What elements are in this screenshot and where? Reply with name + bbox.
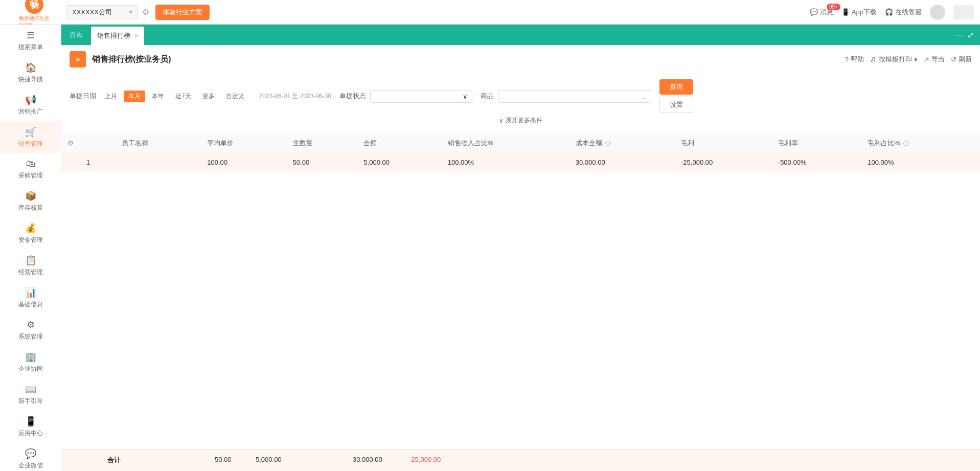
sidebar-item-quick-nav[interactable]: 🏠 快捷导航 [0, 57, 61, 89]
avatar[interactable] [930, 5, 945, 20]
sidebar-label-marketing: 营销推广 [18, 107, 43, 116]
goods-filter: 商品 ... [481, 90, 651, 103]
message-badge: 99+ [827, 4, 840, 10]
company-selector[interactable]: XXXXXX公司 ▾ [66, 5, 138, 19]
print-icon: 🖨 [870, 56, 877, 63]
row-amount: 5,000.00 [357, 153, 441, 172]
sidebar-item-app-center[interactable]: 📱 应用中心 [0, 411, 61, 443]
inventory-icon: 📦 [25, 190, 36, 201]
page-title: 销售排行榜(按业务员) [92, 54, 845, 65]
date-filter: 单据日期 上月 本月 本年 近7天 更多 自定义 [70, 91, 249, 102]
sidebar-item-wechat[interactable]: 💬 企业微信 [0, 443, 61, 471]
refresh-icon: ↺ [951, 56, 956, 63]
tab-minimize-button[interactable]: — [955, 30, 963, 39]
sidebar-item-operations[interactable]: 📋 经营管理 [0, 250, 61, 282]
footer-cost: 30,000.00 [347, 455, 403, 466]
trial-button[interactable]: 体验行业方案 [155, 5, 210, 20]
goods-select[interactable]: ... [498, 90, 651, 103]
cost-info-icon[interactable]: ⓘ [605, 140, 611, 146]
filter-settings-button[interactable]: 设置 [659, 97, 693, 113]
tab-close-icon[interactable]: × [134, 27, 138, 45]
col-sales-pct: 销售收入占比% [442, 133, 569, 153]
status-select[interactable]: ∨ [370, 90, 472, 103]
sidebar-item-sales[interactable]: 🛒 销售管理 [0, 121, 61, 153]
menu-icon: ☰ [27, 30, 35, 41]
footer-spacer-icon [67, 455, 86, 466]
date-tab-more[interactable]: 更多 [198, 91, 219, 102]
sidebar-item-purchase[interactable]: 🛍 采购管理 [0, 153, 61, 185]
company-name: XXXXXX公司 [72, 8, 126, 17]
message-button[interactable]: 💬 消息 99+ [810, 8, 833, 17]
sidebar-label-operations: 经营管理 [18, 268, 43, 277]
tab-label: 销售排行榜 [97, 27, 130, 45]
sidebar-label-wechat: 企业微信 [18, 461, 43, 470]
marketing-icon: 📢 [25, 94, 36, 105]
col-settings-icon[interactable]: ⚙ [67, 139, 74, 147]
footer-gross: -25,000.00 [403, 455, 454, 466]
col-amount: 全额 [357, 133, 441, 153]
col-employee: 员工名称 [116, 133, 201, 153]
date-range-text: 2023-06-01 至 2023-06-30 [259, 92, 331, 101]
logo-icon: 畅 [25, 0, 43, 14]
date-tab-7days[interactable]: 近7天 [171, 91, 196, 102]
sidebar-item-guide[interactable]: 📖 新手引导 [0, 378, 61, 411]
goods-more-btn[interactable]: ... [641, 93, 647, 100]
gross-pct-info-icon[interactable]: ⓘ [903, 140, 909, 146]
footer-qty: 50.00 [209, 455, 249, 466]
page-content: » 销售排行榜(按业务员) ? 帮助 🖨 按模板打印 ▾ ↗ 导出 [61, 45, 980, 471]
settings-icon[interactable]: ⚙ [142, 7, 149, 17]
sales-icon: 🛒 [25, 126, 36, 138]
phone-icon: 📱 [841, 8, 850, 16]
sidebar-item-inventory[interactable]: 📦 库存核算 [0, 185, 61, 217]
sidebar-item-search-order[interactable]: ☰ 搜索菜单 [0, 25, 61, 57]
sidebar-item-marketing[interactable]: 📢 营销推广 [0, 89, 61, 121]
sidebar-item-finance[interactable]: 💰 资金管理 [0, 217, 61, 250]
export-icon: ↗ [924, 56, 929, 63]
date-tab-this-month[interactable]: 本月 [124, 91, 145, 102]
system-icon: ⚙ [27, 319, 35, 330]
col-qty: 主数量 [287, 133, 358, 153]
filter-buttons: 查询 设置 [659, 79, 693, 113]
sidebar-item-basic-info[interactable]: 📊 基础信息 [0, 282, 61, 314]
print-chevron: ▾ [914, 56, 918, 63]
sidebar-item-enterprise[interactable]: 🏢 企业协同 [0, 346, 61, 378]
col-avg-price: 平均单价 [201, 133, 286, 153]
sidebar-item-system[interactable]: ⚙ 系统管理 [0, 314, 61, 346]
date-range-display: 2023-06-01 至 2023-06-30 [257, 92, 331, 101]
status-filter: 单据状态 ∨ [339, 90, 472, 103]
filter-toggle-button[interactable]: » [70, 51, 86, 68]
tab-home[interactable]: 首页 [61, 25, 91, 45]
tab-sales-ranking[interactable]: 销售排行榜 × [91, 27, 144, 45]
filter-area: 单据日期 上月 本月 本年 近7天 更多 自定义 2023-06-01 至 20… [61, 74, 980, 133]
online-service-button[interactable]: 🎧 在线客服 [885, 8, 922, 17]
export-button[interactable]: ↗ 导出 [924, 55, 945, 64]
row-avg-price: 100.00 [201, 153, 286, 172]
help-button[interactable]: ? 帮助 [845, 55, 864, 64]
print-button[interactable]: 🖨 按模板打印 ▾ [870, 55, 918, 64]
app-download-button[interactable]: 📱 App下载 [841, 8, 877, 17]
footer-amount: 5,000.00 [249, 455, 295, 466]
date-tab-last-month[interactable]: 上月 [100, 91, 122, 102]
col-gross-pct: 毛利占比% ⓘ [861, 133, 980, 153]
table-footer: 合计 50.00 5,000.00 30,000.00 -25,000.00 [61, 449, 980, 471]
date-tab-this-year[interactable]: 本年 [147, 91, 169, 102]
row-gross-pct: 100.00% [861, 153, 980, 172]
date-tabs: 上月 本月 本年 近7天 更多 自定义 [100, 91, 249, 102]
tab-maximize-button[interactable]: ⤢ [967, 30, 974, 40]
status-label: 单据状态 [339, 92, 366, 101]
sidebar-label-search: 搜索菜单 [18, 43, 43, 52]
enterprise-icon: 🏢 [25, 351, 36, 363]
refresh-button[interactable]: ↺ 刷新 [951, 55, 972, 64]
chevron-down-icon: ▾ [129, 9, 132, 15]
sidebar-label-guide: 新手引导 [18, 397, 43, 406]
row-gross: -25,000.00 [675, 153, 772, 172]
guide-icon: 📖 [25, 384, 36, 395]
col-settings[interactable]: ⚙ [61, 133, 80, 153]
date-tab-custom[interactable]: 自定义 [221, 91, 249, 102]
ranking-table: ⚙ 员工名称 平均单价 主数量 全额 销售收入占比% 成本全额 ⓘ [61, 133, 980, 172]
message-icon: 💬 [810, 8, 818, 16]
sidebar-label-enterprise: 企业协同 [18, 365, 43, 373]
tab-bar: 首页 销售排行榜 × — ⤢ [61, 25, 980, 45]
expand-button[interactable]: ∨ 展开更多条件 [499, 116, 542, 125]
query-button[interactable]: 查询 [659, 79, 693, 95]
